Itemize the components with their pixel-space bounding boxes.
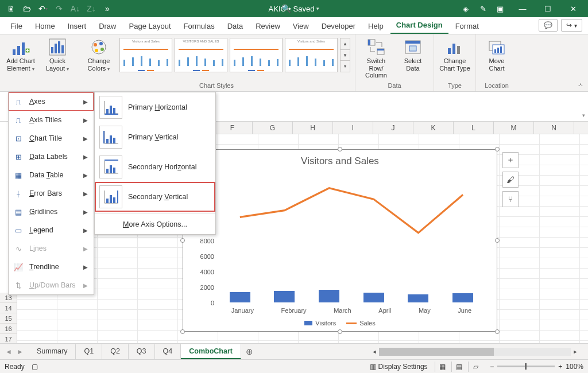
chart-elements-button[interactable]: ＋ xyxy=(502,152,519,168)
row-header[interactable]: 16 xyxy=(0,324,17,334)
plot-area[interactable] xyxy=(218,176,485,302)
tab-review[interactable]: Review xyxy=(250,19,286,34)
menu-item-error-bars[interactable]: ⟊Error Bars▶ xyxy=(9,184,94,203)
chart-style-thumb[interactable]: Visitors and Sales xyxy=(119,38,172,72)
qat-more-icon[interactable]: » xyxy=(101,2,114,15)
sheet-tab-q2[interactable]: Q2 xyxy=(102,344,129,359)
move-chart-button[interactable]: MoveChart xyxy=(479,37,514,73)
tab-format[interactable]: Format xyxy=(450,19,485,34)
macro-record-icon[interactable]: ▢ xyxy=(32,363,38,371)
select-data-button[interactable]: SelectData xyxy=(396,37,430,73)
undo-icon[interactable]: ↶▾ xyxy=(37,2,49,15)
chart-styles-button[interactable]: 🖌 xyxy=(502,172,519,188)
resize-handle[interactable] xyxy=(180,238,185,243)
chart-style-thumb[interactable]: VISITORS AND SALES xyxy=(175,38,227,72)
more-axis-options[interactable]: More Axis Options... xyxy=(95,215,215,234)
submenu-item-secondary-horizontal[interactable]: Secondary Horizontal xyxy=(95,152,215,182)
new-sheet-button[interactable]: ⊕ xyxy=(241,347,258,357)
tab-insert[interactable]: Insert xyxy=(62,19,92,34)
gallery-up-icon[interactable]: ▲ xyxy=(341,38,350,50)
menu-item-data-table[interactable]: ▦Data Table▶ xyxy=(9,166,94,184)
resize-handle[interactable] xyxy=(338,329,342,334)
column-header[interactable]: K xyxy=(413,122,454,134)
sheet-tab-q3[interactable]: Q3 xyxy=(129,344,155,359)
resize-handle[interactable] xyxy=(495,329,500,334)
chart-object[interactable]: Visitors and Sales 02000400060008000 Jan… xyxy=(183,149,497,332)
submenu-item-primary-vertical[interactable]: Primary Vertical xyxy=(95,122,215,152)
row-header[interactable]: 15 xyxy=(0,313,17,324)
gallery-more-icon[interactable]: ▾ xyxy=(341,61,350,72)
resize-handle[interactable] xyxy=(495,147,500,151)
tab-help[interactable]: Help xyxy=(362,19,389,34)
menu-item-data-labels[interactable]: ⊞Data Labels▶ xyxy=(9,147,94,166)
horizontal-scrollbar[interactable]: ◄ ► xyxy=(370,348,588,356)
display-settings-button[interactable]: ▥ Display Settings xyxy=(370,363,427,371)
chart-title[interactable]: Visitors and Sales xyxy=(183,150,497,170)
scroll-left-icon[interactable]: ◄ xyxy=(370,349,379,355)
sort-asc-icon[interactable]: A↓ xyxy=(69,2,82,15)
tab-developer[interactable]: Developer xyxy=(316,19,361,34)
maximize-button[interactable]: ☐ xyxy=(536,0,559,17)
column-header[interactable]: I xyxy=(333,122,373,134)
menu-item-chart-title[interactable]: ⊡Chart Title▶ xyxy=(9,129,94,147)
view-page-layout-icon[interactable]: ▤ xyxy=(451,362,466,372)
dictate-icon[interactable]: ✎ xyxy=(474,0,492,17)
tab-formulas[interactable]: Formulas xyxy=(178,19,220,34)
menu-item-gridlines[interactable]: ▤Gridlines▶ xyxy=(9,203,94,221)
ribbon-display-icon[interactable]: ▣ xyxy=(492,0,509,17)
tab-draw[interactable]: Draw xyxy=(93,19,122,34)
document-title[interactable]: AKIC • Saved ▾ xyxy=(269,5,320,13)
premium-icon[interactable]: ◈ xyxy=(457,0,474,17)
change-colors-button[interactable]: ChangeColors ▾ xyxy=(82,37,116,73)
tab-data[interactable]: Data xyxy=(222,19,249,34)
submenu-item-primary-horizontal[interactable]: Primary Horizontal xyxy=(95,92,215,122)
redo-icon[interactable]: ↷ xyxy=(53,2,65,15)
formula-expand-icon[interactable]: ▾ xyxy=(579,112,588,118)
quick-layout-button[interactable]: QuickLayout ▾ xyxy=(40,37,75,73)
tab-file[interactable]: File xyxy=(5,19,28,34)
view-page-break-icon[interactable]: ▱ xyxy=(468,362,483,372)
resize-handle[interactable] xyxy=(495,238,500,243)
sheet-tab-summary[interactable]: Summary xyxy=(29,344,76,359)
collapse-ribbon-icon[interactable]: ㅅ xyxy=(578,81,583,89)
zoom-out-icon[interactable]: − xyxy=(490,363,494,371)
minimize-button[interactable]: — xyxy=(511,0,534,17)
view-normal-icon[interactable]: ▦ xyxy=(435,362,450,372)
menu-item-axes[interactable]: ⎍Axes▶ xyxy=(9,92,94,111)
sort-desc-icon[interactable]: Z↓ xyxy=(85,2,98,15)
zoom-level[interactable]: 100% xyxy=(566,363,583,371)
resize-handle[interactable] xyxy=(180,329,185,334)
search-icon[interactable]: 🔍 xyxy=(281,4,291,13)
scroll-right-icon[interactable]: ► xyxy=(571,349,580,355)
sheet-tab-combochart[interactable]: ComboChart xyxy=(181,344,241,359)
tab-view[interactable]: View xyxy=(287,19,315,34)
chart-legend[interactable]: Visitors Sales xyxy=(183,320,497,327)
chart-filters-button[interactable]: ⑂ xyxy=(502,191,519,207)
zoom-in-icon[interactable]: + xyxy=(558,363,562,371)
add-chart-element-button[interactable]: Add ChartElement ▾ xyxy=(3,37,38,73)
column-header[interactable]: L xyxy=(454,122,494,134)
tab-page-layout[interactable]: Page Layout xyxy=(123,19,177,34)
resize-handle[interactable] xyxy=(338,147,342,151)
column-header[interactable]: F xyxy=(212,122,253,134)
open-icon[interactable]: 🗁 xyxy=(21,2,33,15)
save-icon[interactable]: 🗎 xyxy=(5,2,17,15)
gallery-scroll[interactable]: ▲▼▾ xyxy=(340,38,350,72)
sheet-tab-q4[interactable]: Q4 xyxy=(155,344,181,359)
chart-styles-gallery[interactable]: Visitors and Sales VISITORS AND SALES Vi… xyxy=(118,37,351,73)
sheet-tab-q1[interactable]: Q1 xyxy=(76,344,102,359)
close-button[interactable]: ✕ xyxy=(562,0,585,17)
submenu-item-secondary-vertical[interactable]: Secondary Vertical xyxy=(95,182,215,212)
gallery-down-icon[interactable]: ▼ xyxy=(341,50,350,61)
column-header[interactable]: M xyxy=(494,122,534,134)
switch-row-column-button[interactable]: Switch Row/Column xyxy=(359,37,393,80)
comments-button[interactable]: 💬 xyxy=(539,19,558,32)
column-header[interactable]: G xyxy=(253,122,293,134)
column-header[interactable]: J xyxy=(373,122,413,134)
zoom-control[interactable]: − + 100% xyxy=(490,363,583,371)
row-header[interactable]: 14 xyxy=(0,303,17,313)
sheet-nav-prev-icon[interactable]: ◄ xyxy=(3,348,14,356)
column-header[interactable]: H xyxy=(293,122,333,134)
chart-style-thumb[interactable] xyxy=(230,38,283,72)
change-chart-type-button[interactable]: ChangeChart Type xyxy=(438,37,472,73)
